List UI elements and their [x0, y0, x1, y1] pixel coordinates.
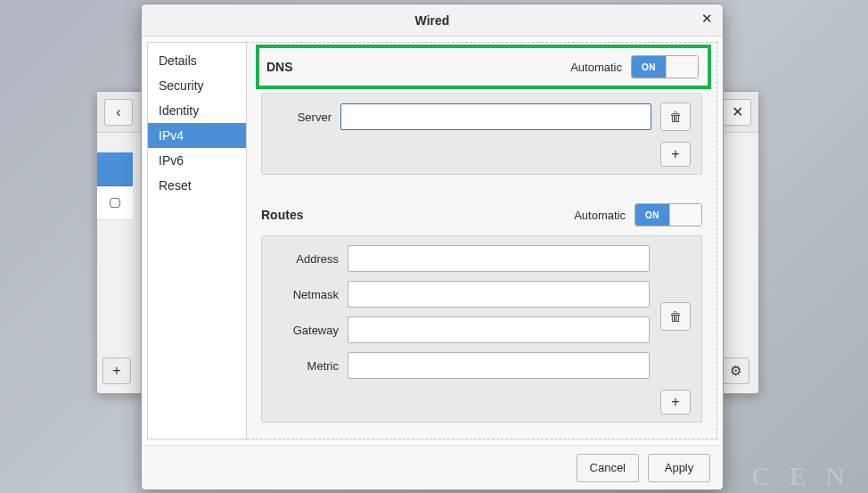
- toggle-on-label: ON: [632, 56, 666, 78]
- route-netmask-label: Netmask: [273, 288, 339, 301]
- toggle-knob: [666, 56, 698, 78]
- chevron-left-icon: ‹: [116, 104, 120, 120]
- sidebar: Details Security Identity IPv4 IPv6 Rese…: [147, 42, 247, 440]
- background-sidebar: 🖵: [97, 152, 133, 220]
- dns-section-header: DNS Automatic ON: [261, 50, 706, 84]
- background-add-button[interactable]: +: [102, 357, 131, 384]
- watermark-text: CEN: [752, 461, 864, 491]
- background-close-button[interactable]: ✕: [723, 99, 751, 126]
- plus-icon: +: [671, 394, 679, 410]
- route-delete-button[interactable]: 🗑: [660, 302, 691, 331]
- route-gateway-label: Gateway: [273, 324, 339, 337]
- cancel-button[interactable]: Cancel: [577, 454, 639, 482]
- dns-add-button[interactable]: +: [660, 142, 691, 167]
- sidebar-item-ipv4[interactable]: IPv4: [148, 123, 246, 148]
- toggle-on-label: ON: [635, 204, 669, 226]
- trash-icon: 🗑: [669, 309, 682, 324]
- route-address-label: Address: [273, 252, 339, 266]
- dns-panel: Server 🗑 +: [261, 93, 702, 175]
- dns-automatic-label: Automatic: [570, 61, 622, 74]
- trash-icon: 🗑: [669, 110, 682, 124]
- gear-icon: ⚙: [730, 363, 741, 379]
- toggle-knob: [669, 204, 701, 226]
- plus-icon: +: [671, 146, 679, 162]
- route-netmask-input[interactable]: [348, 281, 650, 308]
- apply-button[interactable]: Apply: [648, 454, 710, 482]
- dns-automatic-toggle[interactable]: ON: [631, 55, 699, 78]
- background-row: 🖵: [97, 186, 133, 220]
- titlebar: Wired ✕: [142, 4, 723, 37]
- window-title: Wired: [415, 13, 450, 28]
- close-icon: ✕: [732, 103, 743, 120]
- background-active-strip: [97, 152, 133, 186]
- dns-server-input[interactable]: [340, 103, 651, 130]
- routes-title: Routes: [261, 208, 303, 222]
- sidebar-item-ipv6[interactable]: IPv6: [148, 148, 246, 173]
- dns-server-label: Server: [273, 111, 332, 124]
- plus-icon: +: [112, 363, 120, 379]
- content-area: DNS Automatic ON Server 🗑 +: [247, 42, 717, 440]
- route-metric-input[interactable]: [348, 352, 650, 379]
- dns-server-delete-button[interactable]: 🗑: [660, 103, 691, 131]
- back-button[interactable]: ‹: [104, 99, 133, 126]
- route-metric-label: Metric: [273, 359, 339, 373]
- sidebar-item-details[interactable]: Details: [148, 48, 246, 73]
- routes-panel: Address Netmask Gateway Metric: [261, 235, 702, 423]
- sidebar-item-security[interactable]: Security: [148, 73, 246, 98]
- close-button[interactable]: ✕: [700, 12, 714, 26]
- routes-automatic-label: Automatic: [574, 209, 626, 222]
- routes-section-header: Routes Automatic ON: [261, 200, 702, 235]
- monitor-icon: 🖵: [109, 196, 121, 210]
- dialog-footer: Cancel Apply: [142, 445, 723, 489]
- background-gear-button[interactable]: ⚙: [721, 357, 749, 384]
- route-add-button[interactable]: +: [660, 390, 691, 415]
- sidebar-item-reset[interactable]: Reset: [148, 173, 246, 198]
- route-gateway-input[interactable]: [348, 316, 650, 343]
- routes-automatic-toggle[interactable]: ON: [635, 203, 702, 226]
- dns-title: DNS: [266, 60, 293, 74]
- sidebar-item-identity[interactable]: Identity: [148, 98, 246, 123]
- route-address-input[interactable]: [348, 245, 650, 272]
- close-icon: ✕: [701, 11, 713, 27]
- wired-dialog: Wired ✕ Details Security Identity IPv4 I…: [141, 4, 724, 490]
